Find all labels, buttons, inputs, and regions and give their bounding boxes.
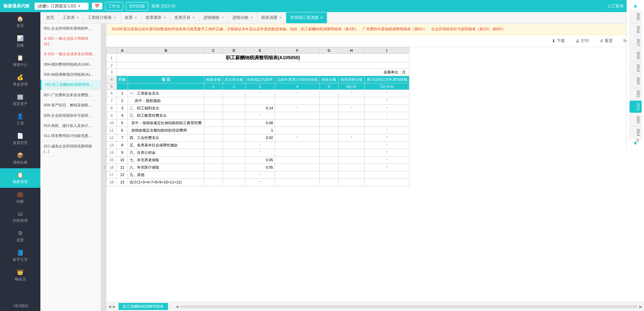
service-link[interactable]: 人工客询 [607,3,623,9]
left-panel-item-007[interactable]: 007-广告费和业务宣传费暨... [40,90,101,100]
tab-salary-stats[interactable]: 工资统计报表✕ [83,12,121,23]
print-button[interactable]: 🖨 打印 [573,37,592,45]
close-tab-ledger[interactable]: ✕ [250,16,253,20]
left-panel-item-003[interactable]: ⊘003-一般企业成本支出明细... [40,49,101,59]
sidebar-item-member[interactable]: 👑 畅会员 [0,266,40,285]
sidebar-item-salary[interactable]: 👤 工资 [0,110,40,129]
left-panel-item-005[interactable]: 005-纳税调整项目明细表(A1... [40,70,101,80]
tab-salary-sheet[interactable]: 工资表✕ [59,12,83,23]
left-panel-item-009[interactable]: 009-企业所得税弥补亏损明... [40,111,101,121]
switch-btn[interactable]: 切到旧版 [126,2,148,10]
hdr-item: 项 目 [128,76,204,83]
reports-icon: 📋 [17,55,24,61]
cancel-fixed-btn[interactable]: ◁取消固定 [0,301,40,311]
table-row-8: 8 3 二、职工福利支出 0.14 * * * [107,104,409,112]
year-2023[interactable]: 2023年 [630,113,642,126]
close-tab-salary[interactable]: ✕ [76,16,79,20]
left-panel-item-011[interactable]: 011-研发费用加计扣除优惠... [40,131,101,141]
top-bar-actions: 📅 工作台 切到旧版 [92,2,148,10]
table-row-14: 14 9 六、住房公积金 * * [107,149,409,156]
sheet-menu-icon[interactable]: ⋮ [168,304,172,309]
tab-tax-settlement[interactable]: 所得税汇算清缴✕ [286,12,327,23]
sidebar-label-ledger: 总账 [16,43,24,48]
year-2022[interactable]: 2022年 [630,101,642,113]
year-down-btn[interactable]: ▼ [632,139,639,147]
sidebar-item-settings[interactable]: ⚙ 设置 [0,227,40,246]
toolbar: ⬇ 下载 🖨 打印 ↺ 重置 ↻ 刷新 [106,35,644,47]
sidebar-item-funds[interactable]: 💰 资金管理 [0,71,40,90]
close-tab-open[interactable]: ✕ [192,16,195,20]
year-2020[interactable]: 2020年 [630,75,642,87]
hdr-carry-forward: 累计结转以后年度扣除额 [365,76,409,83]
year-2024[interactable]: 2024年 [630,126,642,138]
scroll-left-icon[interactable]: ◀ [175,304,178,309]
tab-sales-ledger[interactable]: 进销台账✕ [228,12,257,23]
sheet-prev-btn[interactable]: ◀ [108,304,111,309]
close-tab-register[interactable]: ✕ [279,16,282,20]
close-tab-settlement[interactable]: ✕ [320,16,323,20]
year-2021[interactable]: 2021年 [630,88,642,100]
sales-icon: 📦 [17,152,24,159]
tab-home[interactable]: 首页 [42,12,59,23]
left-panel-item-010[interactable]: 010-免税、减计收入及加计... [40,121,101,131]
sidebar-label-sales: 进销台账 [13,160,28,165]
content-area: 首页 工资表✕ 工资统计报表✕ 发票✕ 发票测算✕ 发票开具✕ 进销稽核✕ 进销… [40,12,644,311]
reset-button[interactable]: ↺ 重置 [597,37,615,45]
sidebar-item-invoice[interactable]: 📄 发票管理 [0,129,40,149]
hdr-rownum: 行次 [117,76,128,83]
col-header-E: E [245,47,275,54]
archive-icon: 🗂 [18,211,23,217]
sub-hdr-5: 5 [320,83,338,90]
sidebar-item-close[interactable]: 💼 结账 [0,188,40,207]
tab-invoice-calc[interactable]: 发票测算✕ [141,12,170,23]
close-tab-check[interactable]: ✕ [221,16,224,20]
left-panel-item-001[interactable]: 001-企业所得税年度纳税申... [40,24,101,34]
sidebar-item-assets[interactable]: 🏢 固定资产 [0,90,40,110]
year-2019[interactable]: 2019年 [630,62,642,74]
bottom-tab-icons: ⋮ [168,304,172,309]
left-panel-item-012[interactable]: 012-减免企业所得税优惠明细(...) [40,141,101,157]
sidebar-item-sales[interactable]: 📦 进销台账 [0,149,40,168]
home-icon: 🏠 [17,15,24,22]
sub-hdr-3: 3 [245,83,275,90]
sheet-scroll-left[interactable]: ◀ [175,304,178,309]
scroll-right-icon[interactable]: ▶ [639,304,642,309]
sidebar-item-home[interactable]: 🏠 首页 [0,12,40,32]
collapse-panel-btn[interactable]: 《 [101,24,106,311]
tab-bar: 首页 工资表✕ 工资统计报表✕ 发票✕ 发票测算✕ 发票开具✕ 进销稽核✕ 进销… [40,12,644,24]
sheet-tab-main[interactable]: 职工薪酬纳税调整明细表 [118,303,168,310]
sub-hdr-1: 1 [204,83,223,90]
workspace-button[interactable]: 工作台 [105,2,123,10]
sidebar-item-guide[interactable]: 📘 新手引导 [0,246,40,266]
horizontal-scrollbar[interactable] [180,305,638,308]
sub-hdr-6: 6(1-5) [338,83,365,90]
year-2018[interactable]: 2018年 [630,49,642,61]
sidebar-item-archive[interactable]: 🗂 归档管理 [0,207,40,227]
top-bar: 畅捷通易代账 (勿删）江西股宝-LSS ▼ 📅 工作台 切到旧版 账期 2023… [0,0,644,12]
tab-invoice[interactable]: 发票✕ [121,12,141,23]
table-row-1: 1 职工薪酬纳税调整明细表(A105050) [107,54,409,62]
left-panel-item-006[interactable]: 006-职工薪酬纳税调整明细... [40,80,101,90]
download-button[interactable]: ⬇ 下载 [549,37,568,45]
spreadsheet-container[interactable]: A B C D E F G H I [106,47,644,302]
tab-invoice-open[interactable]: 发票开具✕ [170,12,199,23]
company-selector[interactable]: (勿删）江西股宝-LSS ▼ [35,3,89,10]
company-dropdown-icon: ▼ [77,4,81,8]
year-2017[interactable]: 2017年 [630,47,642,48]
left-panel-item-008[interactable]: 008-资产折旧、摊销及纳税... [40,100,101,110]
sidebar-item-reports[interactable]: 📋 报表中心 [0,51,40,71]
sidebar-item-ledger[interactable]: 📊 总账 [0,32,40,51]
col-header-rownum [107,47,117,54]
left-panel-item-004[interactable]: 004-期间费用明细表(A1040... [40,60,101,70]
close-tab-stats[interactable]: ✕ [113,16,116,20]
close-tab-calc[interactable]: ✕ [163,16,166,20]
close-tab-invoice[interactable]: ✕ [134,16,137,20]
tab-tax-register[interactable]: 税表清册✕ [257,12,286,23]
sidebar-item-tax[interactable]: 📋 税务管理 [0,168,40,188]
tab-sales-check[interactable]: 进销稽核✕ [199,12,228,23]
sheet-next-btn[interactable]: ▶ [113,304,116,309]
hdr-book-total: 账载全额 [204,76,223,83]
left-panel-item-002[interactable]: ⊘002-一般企业收入明细表(A1... [40,34,101,49]
calendar-icon-btn[interactable]: 📅 [92,3,102,9]
sidebar-label-salary: 工资 [16,121,24,126]
